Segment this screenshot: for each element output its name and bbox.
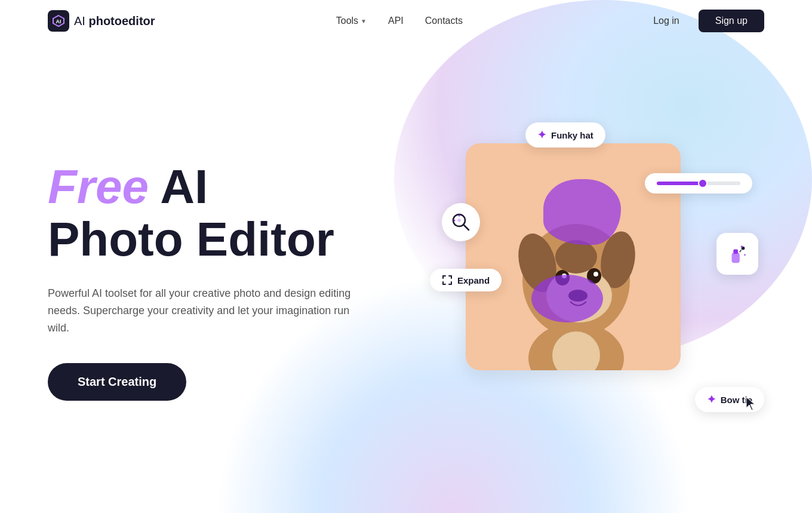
svg-text:✦: ✦ xyxy=(740,244,744,250)
svg-text:AI: AI xyxy=(56,19,61,24)
collar-blob xyxy=(531,275,603,322)
hero-section: Free AI Photo Editor Powerful AI toolset… xyxy=(0,42,812,508)
nav-tools[interactable]: Tools ▼ xyxy=(336,16,367,26)
start-creating-button[interactable]: Start Creating xyxy=(48,363,186,401)
magic-wand-icon: ✦ ✦ xyxy=(726,242,749,266)
svg-text:✦: ✦ xyxy=(743,253,746,257)
svg-point-9 xyxy=(593,272,598,277)
chevron-down-icon: ▼ xyxy=(361,18,367,24)
hero-left: Free AI Photo Editor Powerful AI toolset… xyxy=(48,161,358,400)
signup-button[interactable]: Sign up xyxy=(699,10,764,32)
nav-api[interactable]: API xyxy=(388,16,404,26)
hat-blob xyxy=(543,179,621,245)
svg-rect-19 xyxy=(732,253,740,263)
hero-illustration: ✦ Funky hat xyxy=(430,113,764,448)
nav-center: Tools ▼ API Contacts xyxy=(336,16,463,26)
logo-text: AI photoeditor xyxy=(74,14,155,28)
dog-card xyxy=(466,143,681,370)
hero-subtitle: Powerful AI toolset for all your creativ… xyxy=(48,285,358,336)
cursor-arrow xyxy=(745,396,758,411)
slider-thumb xyxy=(698,179,708,188)
sparkle-icon-2: ✦ xyxy=(707,393,716,406)
sparkle-icon: ✦ xyxy=(537,128,546,142)
login-button[interactable]: Log in xyxy=(644,11,689,31)
cursor-icon xyxy=(745,396,758,415)
logo[interactable]: AI AI photoeditor xyxy=(48,10,155,32)
svg-rect-20 xyxy=(733,249,738,254)
svg-point-11 xyxy=(555,240,597,274)
svg-line-22 xyxy=(740,250,742,252)
hero-title: Free AI Photo Editor xyxy=(48,161,358,266)
nav-contacts[interactable]: Contacts xyxy=(425,16,463,26)
expand-icon xyxy=(442,275,453,285)
navigation: AI AI photoeditor Tools ▼ API Contacts L… xyxy=(0,0,812,42)
logo-icon: AI xyxy=(48,10,69,32)
dog-svg xyxy=(466,143,681,370)
nav-right: Log in Sign up xyxy=(644,10,764,32)
svg-point-17 xyxy=(454,220,456,222)
svg-point-16 xyxy=(457,219,461,222)
magic-wand-chip: ✦ ✦ xyxy=(716,233,758,275)
svg-point-18 xyxy=(459,215,460,217)
